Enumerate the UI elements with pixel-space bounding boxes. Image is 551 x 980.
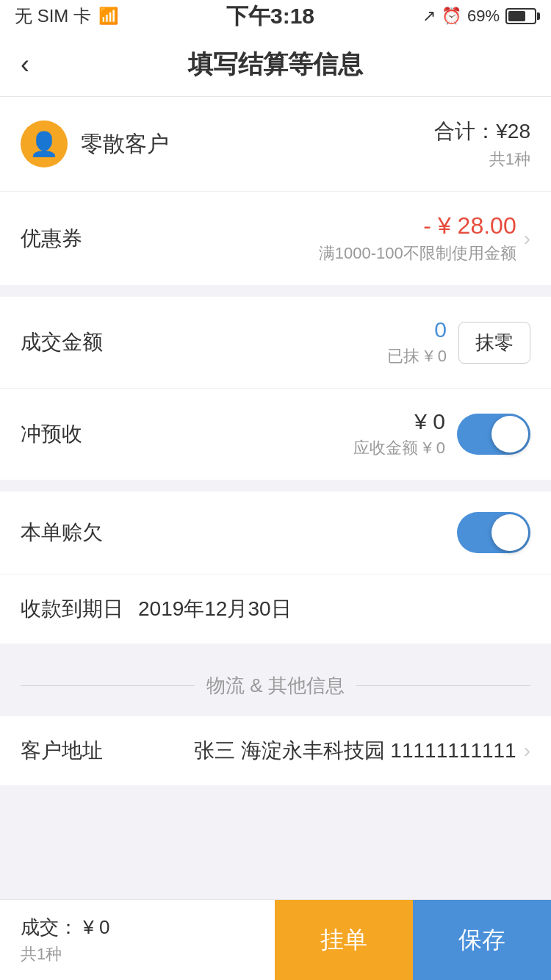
customer-section: 👤 零散客户 合计：¥28 共1种 优惠券 - ¥ 28.00 满1000-10… <box>0 97 551 285</box>
battery-icon <box>505 8 536 24</box>
customer-left: 👤 零散客户 <box>21 120 169 167</box>
coupon-label: 优惠券 <box>21 225 82 253</box>
status-right: ↗ ⏰ 69% <box>422 7 536 26</box>
bottom-deal-label: 成交： <box>21 916 78 938</box>
debt-right <box>457 512 530 553</box>
hang-button[interactable]: 挂单 <box>275 900 413 981</box>
status-bar: 无 SIM 卡 📶 下午3:18 ↗ ⏰ 69% <box>0 0 551 32</box>
debt-section: 本单赊欠 收款到期日 2019年12月30日 <box>0 491 551 644</box>
avatar-icon: 👤 <box>29 130 59 158</box>
coupon-chevron-icon: › <box>524 227 530 251</box>
deal-section: 成交金额 0 已抹 ¥ 0 抹零 冲预收 ¥ 0 应收金额 ¥ 0 <box>0 297 551 480</box>
divider-line-right <box>356 685 530 686</box>
logistics-section: 物流 & 其他信息 <box>0 655 551 716</box>
address-value: 张三 海淀永丰科技园 11111111111 <box>194 737 516 765</box>
address-row[interactable]: 客户地址 张三 海淀永丰科技园 11111111111 › <box>0 716 551 785</box>
prepay-label: 冲预收 <box>21 420 82 448</box>
coupon-right: - ¥ 28.00 满1000-100不限制使用金额 › <box>319 212 530 264</box>
due-date-row: 收款到期日 2019年12月30日 <box>0 574 551 644</box>
logistics-label: 物流 & 其他信息 <box>206 673 345 699</box>
bottom-bar: 成交： ¥ 0 共1种 挂单 保存 <box>0 899 551 980</box>
customer-count: 共1种 <box>434 148 530 170</box>
customer-row: 👤 零散客户 合计：¥28 共1种 <box>0 97 551 191</box>
back-button[interactable]: ‹ <box>21 49 29 80</box>
prepay-toggle-knob <box>491 416 528 453</box>
logistics-divider: 物流 & 其他信息 <box>21 673 530 699</box>
address-section: 客户地址 张三 海淀永丰科技园 11111111111 › <box>0 716 551 785</box>
status-left: 无 SIM 卡 📶 <box>15 4 118 28</box>
deal-amount-sub: 已抹 ¥ 0 <box>387 345 447 367</box>
deal-amount-right: 0 已抹 ¥ 0 抹零 <box>387 317 530 367</box>
address-label: 客户地址 <box>21 737 103 765</box>
bottom-deal-amount: ¥ 0 <box>83 916 109 938</box>
debt-toggle[interactable] <box>457 512 530 553</box>
customer-right: 合计：¥28 共1种 <box>434 118 530 170</box>
address-right: 张三 海淀永丰科技园 11111111111 › <box>194 737 530 765</box>
prepay-right: ¥ 0 应收金额 ¥ 0 <box>353 409 530 459</box>
coupon-amount: - ¥ 28.00 <box>319 212 516 239</box>
prepay-sub: 应收金额 ¥ 0 <box>353 437 445 459</box>
divider-line-left <box>21 685 195 686</box>
status-time: 下午3:18 <box>226 1 314 32</box>
alarm-icon: ⏰ <box>442 7 461 26</box>
battery-percent: 69% <box>467 7 500 26</box>
customer-avatar: 👤 <box>21 120 68 167</box>
prepay-col: ¥ 0 应收金额 ¥ 0 <box>353 409 445 459</box>
coupon-row[interactable]: 优惠券 - ¥ 28.00 满1000-100不限制使用金额 › <box>0 191 551 285</box>
bottom-summary: 成交： ¥ 0 共1种 <box>0 915 275 965</box>
bottom-deal-row: 成交： ¥ 0 <box>21 915 254 940</box>
deal-amount-value: 0 <box>387 317 447 342</box>
prepay-toggle[interactable] <box>457 414 530 455</box>
nav-bar: ‹ 填写结算等信息 <box>0 32 551 97</box>
carrier-label: 无 SIM 卡 <box>15 4 91 28</box>
prepay-row: 冲预收 ¥ 0 应收金额 ¥ 0 <box>0 389 551 480</box>
coupon-right-inner: - ¥ 28.00 满1000-100不限制使用金额 <box>319 212 516 264</box>
due-date-label: 收款到期日 <box>21 595 123 623</box>
round-zero-button[interactable]: 抹零 <box>458 322 530 364</box>
address-chevron-icon: › <box>524 739 530 763</box>
deal-amount-row: 成交金额 0 已抹 ¥ 0 抹零 <box>0 297 551 389</box>
prepay-value: ¥ 0 <box>353 409 445 434</box>
customer-total: 合计：¥28 <box>434 118 530 145</box>
debt-label: 本单赊欠 <box>21 519 103 547</box>
deal-amount-label: 成交金额 <box>21 328 103 356</box>
customer-name: 零散客户 <box>81 129 169 159</box>
coupon-desc: 满1000-100不限制使用金额 <box>319 242 516 264</box>
save-button[interactable]: 保存 <box>413 900 551 981</box>
wifi-icon: 📶 <box>98 7 118 26</box>
bottom-count: 共1种 <box>21 943 254 965</box>
debt-row: 本单赊欠 <box>0 491 551 574</box>
deal-amount-col: 0 已抹 ¥ 0 <box>387 317 447 367</box>
debt-toggle-knob <box>491 514 528 551</box>
due-date-value: 2019年12月30日 <box>138 595 292 623</box>
page-title: 填写结算等信息 <box>188 48 363 82</box>
location-icon: ↗ <box>422 7 436 26</box>
battery-fill <box>508 11 525 21</box>
content: 👤 零散客户 合计：¥28 共1种 优惠券 - ¥ 28.00 满1000-10… <box>0 97 551 885</box>
